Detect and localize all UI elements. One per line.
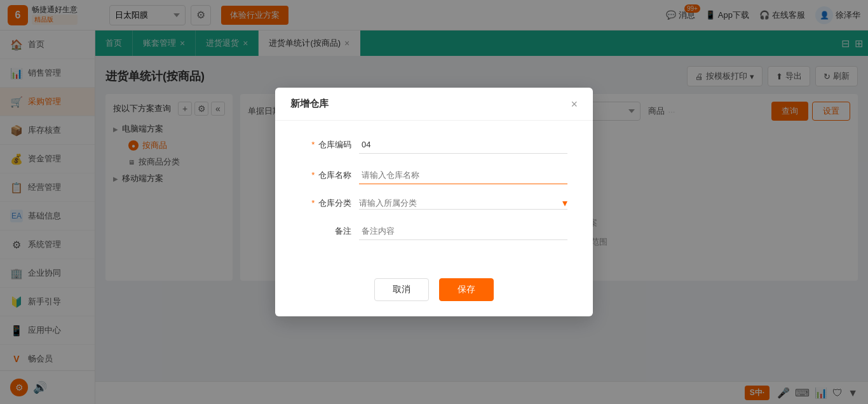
name-input[interactable] [359, 166, 567, 184]
name-field-row: * 仓库名称 [301, 166, 567, 184]
note-label: 备注 [301, 226, 351, 237]
modal-close-button[interactable]: × [571, 98, 578, 110]
modal-footer: 取消 保存 [275, 268, 593, 316]
category-input[interactable] [359, 198, 562, 208]
modal-title: 新增仓库 [290, 98, 329, 110]
modal-body: * 仓库编码 * 仓库名称 * 仓库分类 [275, 121, 593, 268]
cancel-button[interactable]: 取消 [374, 278, 429, 301]
category-label: * 仓库分类 [301, 198, 351, 209]
modal: 新增仓库 × * 仓库编码 * 仓库名称 [275, 88, 593, 316]
category-chevron-icon[interactable]: ▾ [562, 197, 567, 209]
modal-overlay[interactable]: 新增仓库 × * 仓库编码 * 仓库名称 [0, 0, 868, 404]
category-field-row: * 仓库分类 ▾ [301, 197, 567, 210]
modal-header: 新增仓库 × [275, 88, 593, 121]
note-input[interactable] [359, 222, 567, 240]
name-label: * 仓库名称 [301, 170, 351, 181]
code-input[interactable] [359, 136, 567, 154]
save-button[interactable]: 保存 [439, 278, 494, 301]
code-label: * 仓库编码 [301, 139, 351, 151]
note-field-row: 备注 [301, 222, 567, 240]
code-field-row: * 仓库编码 [301, 136, 567, 154]
